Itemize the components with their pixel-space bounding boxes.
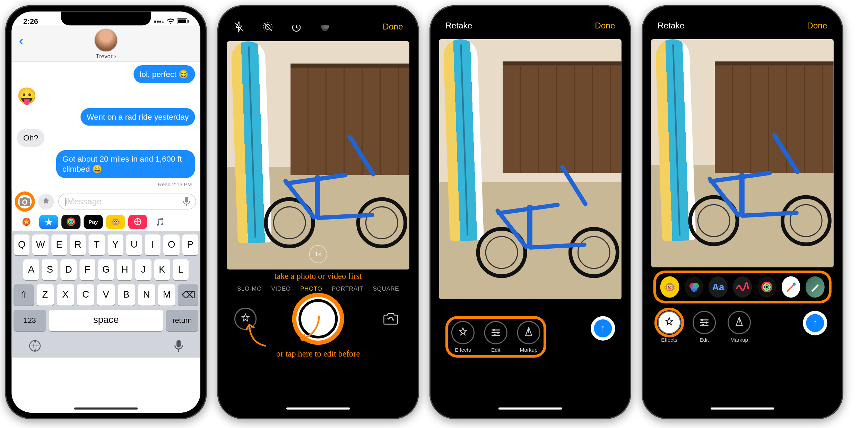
message-out[interactable]: lol, perfect 😂 (133, 65, 195, 83)
fx-sketch[interactable] (781, 276, 800, 298)
home-indicator[interactable] (711, 408, 774, 410)
zoom-badge[interactable]: 1× (309, 245, 327, 263)
fx-shapes[interactable] (733, 276, 752, 298)
key-s[interactable]: S (42, 259, 58, 280)
music-app-icon[interactable]: 🎵 (150, 215, 170, 229)
message-in[interactable]: Oh? (17, 129, 45, 146)
fx-filters[interactable] (684, 276, 703, 298)
home-indicator[interactable] (286, 408, 350, 410)
done-button[interactable]: Done (383, 22, 403, 32)
camera-modes[interactable]: SLO-MO VIDEO PHOTO PORTRAIT SQUARE (224, 285, 413, 292)
key-g[interactable]: G (98, 259, 114, 280)
markup-tool[interactable]: Markup (728, 311, 751, 343)
key-d[interactable]: D (61, 259, 77, 280)
space-key[interactable]: space (49, 309, 164, 331)
key-z[interactable]: Z (36, 284, 54, 305)
svg-point-30 (702, 324, 704, 326)
emoji-keyboard-icon[interactable] (28, 339, 41, 352)
activity-app-icon[interactable] (61, 215, 80, 229)
animoji-app-icon[interactable]: 🐵 (106, 215, 125, 229)
key-p[interactable]: P (182, 234, 198, 255)
done-button[interactable]: Done (595, 21, 615, 31)
home-indicator[interactable] (74, 408, 138, 410)
mode-video[interactable]: VIDEO (271, 285, 291, 292)
key-l[interactable]: L (173, 259, 189, 280)
app-store-button[interactable] (38, 193, 54, 209)
key-q[interactable]: Q (14, 234, 30, 255)
markup-tool[interactable]: Markup (517, 321, 540, 353)
camera-button[interactable] (16, 192, 34, 210)
key-w[interactable]: W (33, 234, 49, 255)
key-i[interactable]: I (145, 234, 161, 255)
photos-app-icon[interactable]: 🏵️ (17, 215, 36, 229)
key-h[interactable]: H (116, 259, 132, 280)
flash-icon[interactable] (233, 21, 245, 33)
back-button[interactable]: ‹ (19, 33, 24, 49)
key-b[interactable]: B (118, 284, 135, 305)
photo-preview[interactable] (651, 39, 833, 267)
done-button[interactable]: Done (807, 21, 827, 31)
key-f[interactable]: F (79, 259, 95, 280)
appstore-app-icon[interactable] (39, 215, 58, 229)
svg-point-26 (765, 285, 768, 289)
key-x[interactable]: X (57, 284, 74, 305)
dictate-icon[interactable] (183, 197, 190, 206)
send-button[interactable]: ↑ (591, 316, 615, 341)
digital-touch-app-icon[interactable] (128, 215, 147, 229)
key-u[interactable]: U (126, 234, 142, 255)
wifi-icon (166, 18, 175, 24)
mode-photo[interactable]: PHOTO (300, 285, 322, 292)
effects-tool[interactable]: Effects (451, 321, 475, 353)
home-indicator[interactable] (498, 408, 562, 410)
retake-button[interactable]: Retake (658, 21, 685, 31)
mode-square[interactable]: SQUARE (373, 285, 399, 292)
mode-portrait[interactable]: PORTRAIT (332, 285, 363, 292)
message-thread[interactable]: lol, perfect 😂 😛 Went on a rad ride yest… (11, 62, 200, 190)
mode-slomo[interactable]: SLO-MO (237, 285, 262, 292)
fx-animoji[interactable]: 🐵 (660, 276, 679, 298)
keyboard[interactable]: QWERTYUIOP ASDFGHJKL ⇧ ZXCVBNM ⌫ 123 spa… (11, 231, 200, 357)
app-strip[interactable]: 🏵️ Pay 🐵 🎵 (11, 212, 200, 231)
numbers-key[interactable]: 123 (14, 309, 46, 331)
svg-rect-1 (178, 19, 186, 23)
status-time: 2:26 (23, 17, 38, 25)
flip-camera-button[interactable] (380, 308, 402, 330)
fx-paint[interactable] (806, 276, 825, 298)
shift-key[interactable]: ⇧ (14, 284, 33, 305)
send-button[interactable]: ↑ (803, 311, 827, 335)
key-j[interactable]: J (135, 259, 151, 280)
notch (697, 11, 788, 25)
key-a[interactable]: A (23, 259, 39, 280)
camera-viewport[interactable]: 1× (227, 41, 409, 269)
fx-text[interactable]: Aa (709, 276, 728, 298)
edit-tool[interactable]: Edit (484, 321, 507, 353)
live-photo-icon[interactable] (262, 21, 274, 33)
effects-tool[interactable]: Effects (658, 311, 681, 343)
key-r[interactable]: R (70, 234, 86, 255)
key-t[interactable]: T (89, 234, 105, 255)
retake-button[interactable]: Retake (445, 21, 472, 31)
key-m[interactable]: M (158, 284, 176, 305)
key-y[interactable]: Y (107, 234, 123, 255)
photo-preview[interactable] (439, 39, 622, 299)
message-out[interactable]: Got about 20 miles in and 1,600 ft climb… (56, 150, 195, 178)
key-c[interactable]: C (77, 284, 95, 305)
backspace-key[interactable]: ⌫ (178, 284, 198, 305)
key-o[interactable]: O (164, 234, 180, 255)
fx-activity[interactable] (757, 276, 776, 298)
message-input[interactable]: |iMessage (58, 193, 196, 209)
key-e[interactable]: E (51, 234, 67, 255)
edit-tool[interactable]: Edit (693, 311, 716, 343)
dictate-keyboard-icon[interactable] (174, 339, 184, 352)
message-emoji[interactable]: 😛 (17, 86, 37, 105)
key-n[interactable]: N (138, 284, 155, 305)
applepay-app-icon[interactable]: Pay (84, 215, 103, 229)
contact-avatar[interactable] (94, 28, 118, 52)
key-k[interactable]: K (154, 259, 170, 280)
svg-point-5 (69, 219, 73, 224)
phone-effects-open: Retake Done 🐵 Aa (642, 5, 843, 419)
message-out[interactable]: Went on a rad ride yesterday (80, 108, 195, 126)
return-key[interactable]: return (166, 309, 198, 331)
key-v[interactable]: V (97, 284, 115, 305)
contact-name[interactable]: Trevor › (11, 53, 200, 59)
